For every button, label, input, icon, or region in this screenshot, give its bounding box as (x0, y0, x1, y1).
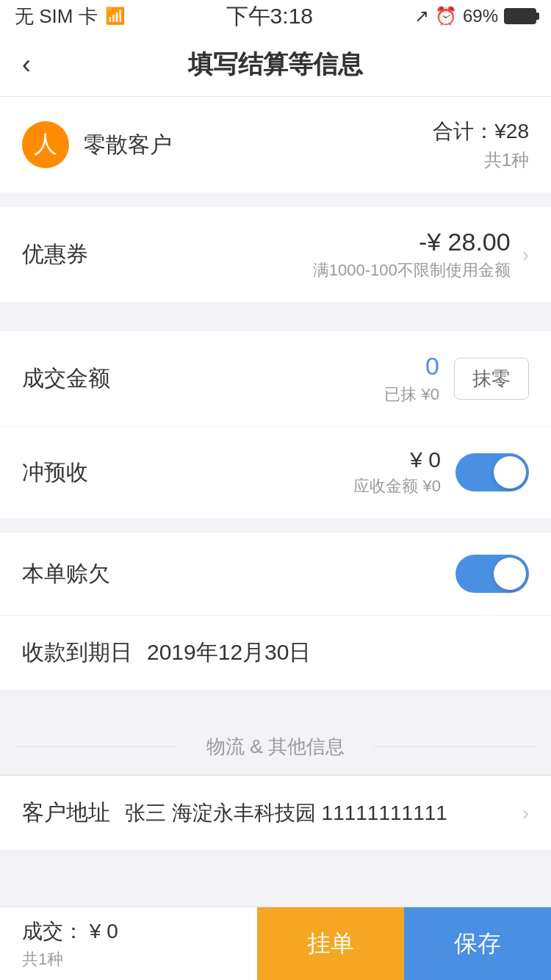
round-zero-button[interactable]: 抹零 (454, 358, 529, 400)
credit-section: 本单赊欠 收款到期日 2019年12月30日 (0, 533, 551, 690)
credit-toggle[interactable] (455, 555, 529, 593)
divider-line-right (374, 746, 536, 747)
customer-name: 零散客户 (84, 130, 172, 160)
separator-2 (0, 518, 551, 533)
wifi-icon: 📶 (105, 7, 125, 26)
alarm-icon: ⏰ (435, 6, 457, 26)
advance-toggle[interactable] (455, 453, 529, 491)
status-time: 下午3:18 (226, 1, 313, 32)
address-row[interactable]: 客户地址 张三 海淀永丰科技园 11111111111 › (0, 776, 551, 850)
customer-total: 合计：¥28 (433, 118, 529, 145)
bottom-deal: 成交： ¥ 0 (22, 918, 235, 945)
status-right: ↗ ⏰ 69% (414, 6, 536, 26)
logistics-label: 物流 & 其他信息 (206, 734, 345, 760)
coupon-section: 优惠券 -¥ 28.00 满1000-100不限制使用金额 › (0, 207, 551, 302)
bottom-deal-label: 成交： (22, 920, 84, 943)
address-chevron-icon: › (522, 801, 529, 825)
status-left: 无 SIM 卡 📶 (15, 4, 125, 29)
content-area: 人 零散客户 合计：¥28 共1种 优惠券 -¥ 28.00 满1000-100… (0, 97, 551, 968)
back-button[interactable]: ‹ (22, 49, 31, 80)
logistics-divider: 物流 & 其他信息 (0, 719, 551, 774)
deal-value-wrap: 0 已抹 ¥0 (384, 352, 439, 406)
coupon-value: -¥ 28.00 满1000-100不限制使用金额 (313, 228, 511, 281)
carrier-label: 无 SIM 卡 (15, 4, 98, 29)
toggle-thumb (494, 456, 526, 489)
coupon-right: -¥ 28.00 满1000-100不限制使用金额 › (313, 228, 529, 281)
page-title: 填写结算等信息 (188, 48, 363, 82)
nav-bar: ‹ 填写结算等信息 (0, 32, 551, 97)
avatar-icon: 人 (34, 129, 57, 161)
coupon-amount: -¥ 28.00 (313, 228, 511, 256)
separator-3 (0, 705, 551, 719)
deal-amount-label: 成交金额 (22, 364, 110, 394)
customer-row: 人 零散客户 合计：¥28 共1种 (0, 97, 551, 192)
advance-row: 冲预收 ¥ 0 应收金额 ¥0 (0, 427, 551, 518)
bottom-deal-value: ¥ 0 (90, 920, 118, 943)
due-date-label: 收款到期日 (22, 638, 132, 668)
save-button[interactable]: 保存 (404, 907, 551, 980)
advance-right: ¥ 0 应收金额 ¥0 (353, 447, 529, 497)
credit-row: 本单赊欠 (0, 533, 551, 616)
due-date-value: 2019年12月30日 (147, 638, 311, 668)
customer-right: 合计：¥28 共1种 (433, 118, 529, 172)
coupon-label: 优惠券 (22, 239, 88, 270)
divider-line-left (15, 746, 177, 747)
deal-amount-right: 0 已抹 ¥0 抹零 (384, 352, 529, 406)
avatar: 人 (22, 121, 69, 168)
address-label: 客户地址 (22, 798, 110, 828)
coupon-row[interactable]: 优惠券 -¥ 28.00 满1000-100不限制使用金额 › (0, 207, 551, 302)
deal-amount-sub: 已抹 ¥0 (384, 383, 439, 406)
advance-amount: ¥ 0 (353, 447, 441, 472)
credit-toggle-thumb (494, 558, 526, 590)
customer-left: 人 零散客户 (22, 121, 172, 168)
credit-label: 本单赊欠 (22, 559, 110, 589)
location-icon: ↗ (414, 6, 429, 26)
coupon-chevron-icon: › (522, 243, 529, 267)
deal-section: 成交金额 0 已抹 ¥0 抹零 冲预收 ¥ 0 应收金额 ¥0 (0, 331, 551, 518)
due-date-row: 收款到期日 2019年12月30日 (0, 616, 551, 690)
deal-amount-row: 成交金额 0 已抹 ¥0 抹零 (0, 331, 551, 427)
separator-1 (0, 317, 551, 331)
separator-5 (0, 865, 551, 879)
hold-order-button[interactable]: 挂单 (257, 907, 404, 980)
bottom-count: 共1种 (22, 948, 235, 970)
battery-label: 69% (463, 6, 498, 26)
battery-icon (504, 8, 536, 24)
bottom-info: 成交： ¥ 0 共1种 (0, 918, 257, 970)
bottom-bar: 成交： ¥ 0 共1种 挂单 保存 (0, 907, 551, 980)
address-value: 张三 海淀永丰科技园 11111111111 (125, 799, 522, 827)
advance-sub: 应收金额 ¥0 (353, 475, 441, 497)
deal-amount-value: 0 (384, 352, 439, 381)
customer-count: 共1种 (433, 148, 529, 172)
status-bar: 无 SIM 卡 📶 下午3:18 ↗ ⏰ 69% (0, 0, 551, 32)
advance-label: 冲预收 (22, 458, 88, 488)
advance-value-wrap: ¥ 0 应收金额 ¥0 (353, 447, 441, 497)
coupon-desc: 满1000-100不限制使用金额 (313, 259, 511, 281)
